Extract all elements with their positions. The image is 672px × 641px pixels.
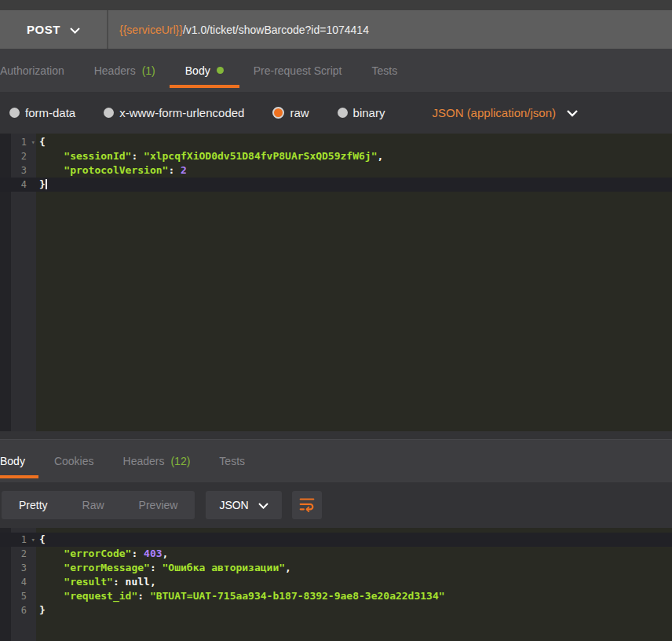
chevron-down-icon	[258, 499, 268, 511]
radio-label: raw	[290, 106, 309, 119]
method-selector[interactable]: POST	[0, 10, 108, 49]
tab-label: Headers	[123, 455, 165, 467]
radio-label: form-data	[25, 106, 75, 119]
text-cursor	[46, 179, 47, 189]
line-number: 3	[0, 561, 36, 575]
fold-arrow-icon[interactable]: ▾	[31, 533, 35, 547]
code-text: }	[36, 178, 47, 192]
response-tab-body[interactable]: Body	[0, 440, 25, 482]
request-url-bar: POST {{serviceUrl}}/v1.0/ticket/showBarc…	[0, 10, 672, 49]
url-variable: {{serviceUrl}}	[119, 24, 183, 36]
response-tab-tests[interactable]: Tests	[219, 440, 245, 482]
line-number: 3	[0, 163, 36, 178]
code-text: "result": null,	[36, 575, 156, 589]
code-text: "sessionId": "xlpcqfXiOD0dv51D84fvP8UArS…	[36, 149, 383, 163]
line-number: 1▾	[0, 533, 36, 547]
tab-label: Body	[0, 455, 25, 467]
format-label: JSON	[219, 499, 248, 511]
code-text: {	[36, 135, 46, 149]
url-input[interactable]: {{serviceUrl}}/v1.0/ticket/showBarcode?i…	[108, 10, 672, 49]
radio-label: binary	[353, 106, 385, 119]
code-line: 4 "result": null,	[0, 575, 672, 589]
body-type-row: form-data x-www-form-urlencoded raw bina…	[0, 92, 672, 134]
request-body-editor[interactable]: 1▾ { 2 "sessionId": "xlpcqfXiOD0dv51D84f…	[0, 134, 672, 431]
response-body-viewer[interactable]: 1▾ { 2 "errorCode": 403, 3 "errorMessage…	[0, 528, 672, 641]
line-number: 4	[0, 575, 36, 589]
radio-selected-icon	[272, 107, 284, 119]
view-mode-group: Pretty Raw Preview	[2, 491, 195, 519]
code-text: "errorMessage": "Ошибка авторизации",	[36, 561, 291, 575]
preview-button[interactable]: Preview	[122, 491, 195, 519]
tab-label: Pre-request Script	[254, 64, 342, 77]
content-type-selector[interactable]: JSON (application/json)	[432, 106, 578, 120]
code-line: 6 }	[0, 603, 672, 617]
top-strip	[0, 0, 672, 10]
headers-count-badge: (12)	[170, 455, 190, 467]
response-toolbar: Pretty Raw Preview JSON	[0, 482, 672, 528]
urlencoded-radio[interactable]: x-www-form-urlencoded	[104, 106, 244, 119]
tab-body[interactable]: Body	[185, 49, 224, 92]
line-number: 2	[0, 149, 36, 163]
code-line: 1▾ {	[0, 135, 672, 149]
chevron-down-icon	[567, 106, 578, 120]
radio-icon	[104, 108, 114, 118]
radio-icon	[9, 108, 20, 118]
tab-label: Authorization	[0, 64, 64, 77]
tab-pre-request-script[interactable]: Pre-request Script	[254, 49, 342, 92]
code-line: 2 "errorCode": 403,	[0, 547, 672, 561]
request-tabs: Authorization Headers (1) Body Pre-reque…	[0, 49, 672, 92]
line-number: 5	[0, 589, 36, 603]
word-wrap-button[interactable]	[292, 491, 322, 519]
line-number: 1▾	[0, 135, 36, 149]
tab-tests[interactable]: Tests	[372, 49, 398, 92]
tab-authorization[interactable]: Authorization	[0, 49, 64, 92]
tab-label: Tests	[219, 455, 245, 467]
form-data-radio[interactable]: form-data	[9, 106, 75, 119]
code-text: "errorCode": 403,	[36, 547, 168, 561]
format-dropdown[interactable]: JSON	[206, 491, 281, 519]
binary-radio[interactable]: binary	[338, 106, 385, 119]
tab-label: Body	[185, 64, 210, 77]
code-text: {	[36, 533, 46, 547]
code-line: 5 "request_id": "BTUAT=UAT-715aa934-b187…	[0, 589, 672, 603]
word-wrap-icon	[298, 495, 316, 515]
section-divider	[0, 431, 672, 439]
response-tab-cookies[interactable]: Cookies	[54, 440, 94, 482]
tab-label: Headers	[94, 64, 136, 77]
pretty-button[interactable]: Pretty	[2, 491, 65, 519]
fold-arrow-icon[interactable]: ▾	[31, 135, 35, 149]
code-line: 3 "protocolVersion": 2	[0, 163, 672, 178]
body-dot-icon	[217, 67, 224, 74]
radio-icon	[338, 108, 348, 118]
response-tabs: Body Cookies Headers (12) Tests	[0, 439, 672, 482]
code-line: 2 "sessionId": "xlpcqfXiOD0dv51D84fvP8UA…	[0, 149, 672, 163]
radio-label: x-www-form-urlencoded	[119, 106, 244, 119]
tab-headers[interactable]: Headers (1)	[94, 49, 155, 92]
line-number: 2	[0, 547, 36, 561]
method-label: POST	[27, 23, 60, 36]
headers-count-badge: (1)	[142, 64, 155, 77]
line-number: 6	[0, 603, 36, 617]
url-path: /v1.0/ticket/showBarcode?id=1074414	[183, 24, 369, 36]
response-tab-headers[interactable]: Headers (12)	[123, 440, 191, 482]
code-text: "request_id": "BTUAT=UAT-715aa934-b187-8…	[36, 589, 445, 603]
tab-label: Cookies	[54, 455, 94, 467]
raw-radio[interactable]: raw	[272, 106, 309, 119]
postman-window: POST {{serviceUrl}}/v1.0/ticket/showBarc…	[0, 0, 672, 641]
line-number: 4	[0, 178, 36, 192]
code-text: }	[36, 603, 46, 617]
raw-button[interactable]: Raw	[65, 491, 122, 519]
code-line-active: 1▾ {	[0, 533, 672, 547]
code-text: "protocolVersion": 2	[36, 163, 187, 178]
code-line: 3 "errorMessage": "Ошибка авторизации",	[0, 561, 672, 575]
tab-label: Tests	[372, 64, 398, 77]
chevron-down-icon	[70, 23, 80, 37]
code-line-active: 4 }	[0, 178, 672, 192]
content-type-label: JSON (application/json)	[432, 106, 556, 119]
